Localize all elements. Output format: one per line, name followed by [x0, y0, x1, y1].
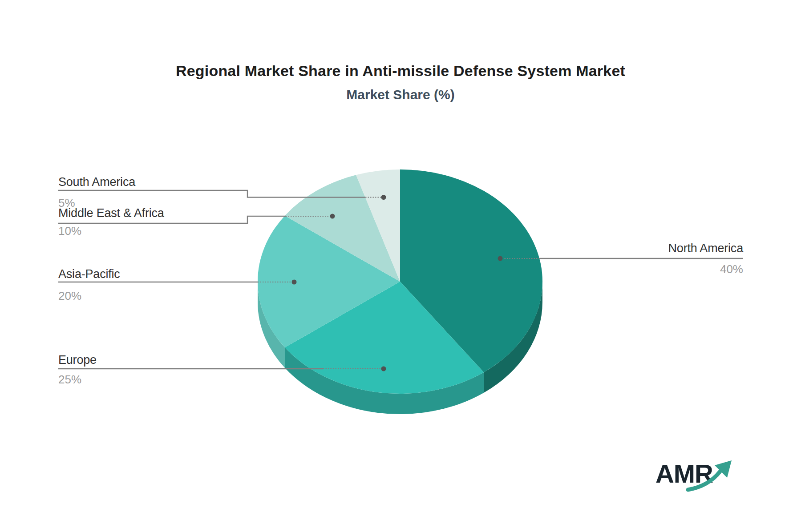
- callout-label-south-america: South America: [58, 175, 135, 189]
- chart-page: Regional Market Share in Anti-missile De…: [0, 0, 801, 532]
- leader-dot-south-america: [381, 195, 386, 200]
- amr-logo-arrow-icon: [684, 458, 737, 494]
- callout-value-middle-east-africa: 10%: [58, 225, 81, 238]
- pie-chart-canvas: [0, 0, 801, 532]
- leader-dot-north-america: [498, 256, 503, 261]
- callout-label-north-america: North America: [668, 242, 743, 255]
- callout-label-europe: Europe: [58, 353, 97, 367]
- leader-dot-asia-pacific: [292, 280, 297, 285]
- leader-dot-europe: [381, 367, 386, 371]
- callout-value-europe: 25%: [58, 373, 81, 387]
- callout-value-north-america: 40%: [720, 263, 743, 276]
- callout-label-asia-pacific: Asia-Pacific: [58, 267, 120, 281]
- callout-value-asia-pacific: 20%: [58, 290, 81, 303]
- callout-label-middle-east-africa: Middle East & Africa: [58, 206, 164, 220]
- leader-dot-middle-east-africa: [330, 214, 335, 219]
